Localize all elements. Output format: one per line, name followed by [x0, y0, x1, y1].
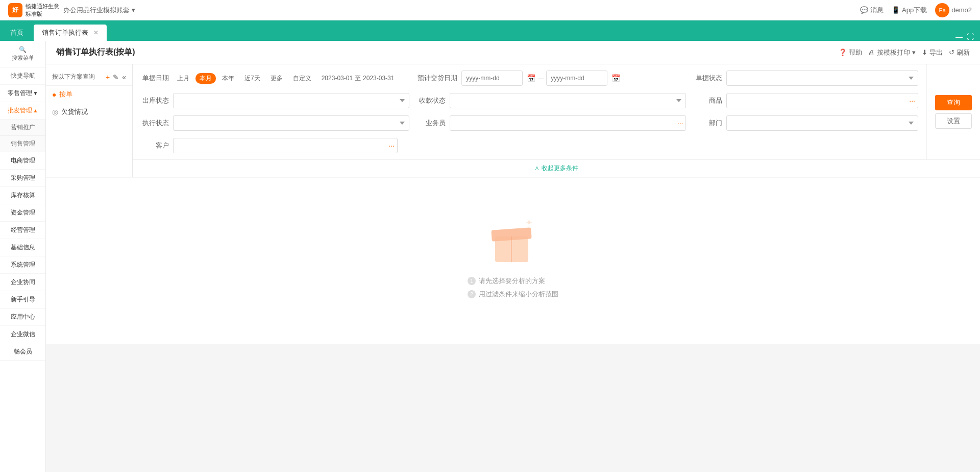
- sidebar-item-inventory[interactable]: 库存核算: [0, 187, 45, 204]
- payment-status-label: 收款状态: [418, 96, 446, 105]
- export-button[interactable]: ⬇ 导出: [922, 48, 943, 57]
- sidebar-item-member[interactable]: 畅会员: [0, 343, 45, 361]
- doc-date-group: 单据日期 上月 本月 本年 近7天 更多 自定义: [141, 73, 409, 84]
- query-button[interactable]: 查询: [935, 95, 972, 110]
- customer-label: 客户: [141, 141, 169, 150]
- sidebar-item-quick-nav[interactable]: 快捷导航: [0, 67, 45, 85]
- logo-text: 畅捷通好生意 标准版: [26, 3, 59, 17]
- calendar-start-icon[interactable]: 📅: [527, 74, 535, 82]
- sidebar-item-newbie[interactable]: 新手引导: [0, 291, 45, 309]
- hint-num-2: 2: [468, 290, 476, 298]
- last-7-days-tab[interactable]: 近7天: [240, 73, 264, 84]
- salesperson-input[interactable]: [450, 115, 686, 131]
- minimize-icon[interactable]: —: [955, 33, 963, 41]
- by-order-icon: ●: [52, 90, 56, 99]
- sidebar-item-marketing[interactable]: 营销推广: [0, 120, 45, 136]
- doc-status-label: 单据状态: [694, 74, 722, 83]
- filter-row-2: 出库状态 收款状态: [141, 93, 918, 108]
- exec-status-group: 执行状态: [141, 115, 409, 131]
- page-title: 销售订单执行表(按单): [56, 47, 135, 58]
- custom-tab[interactable]: 自定义: [289, 73, 315, 84]
- expected-date-range: 📅 — 📅: [461, 70, 620, 86]
- salesperson-selector-icon[interactable]: ···: [677, 119, 683, 127]
- left-panel-header: 按以下方案查询 + ✎ «: [46, 70, 132, 86]
- this-month-tab[interactable]: 本月: [195, 73, 216, 84]
- expected-date-end[interactable]: [546, 70, 607, 86]
- user-profile[interactable]: Ea demo2: [935, 3, 972, 17]
- expected-date-group: 预计交货日期 📅 — 📅: [418, 70, 686, 86]
- exec-status-select[interactable]: [173, 115, 409, 131]
- settings-button[interactable]: 设置: [935, 113, 972, 129]
- logo-area: 好 畅捷通好生意 标准版: [8, 3, 59, 17]
- sidebar-search[interactable]: 🔍 搜索菜单: [0, 41, 45, 67]
- sidebar-item-operations[interactable]: 经营管理: [0, 222, 45, 239]
- sidebar-item-wholesale[interactable]: 批发管理 ▲: [0, 102, 45, 120]
- tab-bar: 首页 销售订单执行表 ✕ — ⛶: [0, 20, 980, 41]
- collapse-section[interactable]: ∧ 收起更多条件: [133, 159, 980, 177]
- tab-home[interactable]: 首页: [2, 25, 32, 41]
- page-actions: ❓ 帮助 🖨 按模板打印 ▾ ⬇ 导出 ↺ 刷新: [839, 48, 970, 57]
- sidebar-item-appcenter[interactable]: 应用中心: [0, 309, 45, 326]
- sidebar-item-ecommerce[interactable]: 电商管理: [0, 152, 45, 170]
- stock-status-select[interactable]: [173, 93, 409, 108]
- empty-hints: 1 请先选择要分析的方案 2 用过滤条件来缩小分析范围: [468, 276, 558, 303]
- edit-scheme-button[interactable]: ✎: [113, 73, 119, 81]
- header-left: 好 畅捷通好生意 标准版 办公用品行业模拟账套 ▾: [8, 3, 135, 17]
- sidebar-item-sales[interactable]: 销售管理: [0, 136, 45, 152]
- calendar-end-icon[interactable]: 📅: [611, 74, 620, 82]
- sidebar-item-wechat[interactable]: 企业微信: [0, 326, 45, 343]
- customer-selector-icon[interactable]: ···: [388, 141, 395, 150]
- payment-status-select[interactable]: [450, 93, 686, 108]
- app-selector[interactable]: 办公用品行业模拟账套 ▾: [63, 6, 135, 15]
- tab-sales-label: 销售订单执行表: [42, 28, 88, 37]
- logo-icon: 好: [8, 3, 22, 17]
- main-layout: 🔍 搜索菜单 快捷导航 零售管理 ▼ 批发管理 ▲ 营销推广 销售管理 电商管理…: [0, 41, 980, 472]
- collapse-icon: ∧: [534, 164, 540, 172]
- top-header: 好 畅捷通好生意 标准版 办公用品行业模拟账套 ▾ 💬 消息 📱 App下载 E…: [0, 0, 980, 20]
- sidebar: 🔍 搜索菜单 快捷导航 零售管理 ▼ 批发管理 ▲ 营销推广 销售管理 电商管理…: [0, 41, 46, 472]
- payment-status-group: 收款状态: [418, 93, 686, 108]
- sidebar-item-purchase[interactable]: 采购管理: [0, 170, 45, 187]
- goods-input[interactable]: [726, 93, 918, 108]
- goods-selector-icon[interactable]: ···: [909, 97, 915, 105]
- header-right: 💬 消息 📱 App下载 Ea demo2: [860, 3, 972, 17]
- salesperson-label: 业务员: [418, 119, 446, 128]
- sidebar-item-basic[interactable]: 基础信息: [0, 239, 45, 256]
- help-button[interactable]: ❓ 帮助: [839, 48, 862, 57]
- expected-date-start[interactable]: [461, 70, 523, 86]
- tab-sales-execution[interactable]: 销售订单执行表 ✕: [34, 25, 107, 41]
- close-icon[interactable]: ✕: [93, 29, 99, 36]
- sidebar-item-finance[interactable]: 资金管理: [0, 204, 45, 222]
- goods-group: 商品 ···: [694, 93, 918, 108]
- app-download-action[interactable]: 📱 App下载: [892, 6, 927, 15]
- sidebar-item-system[interactable]: 系统管理: [0, 256, 45, 274]
- help-icon: ❓: [839, 49, 847, 56]
- template-print-button[interactable]: 🖨 按模板打印 ▾: [868, 48, 916, 57]
- salesperson-group: 业务员 ···: [418, 115, 686, 131]
- maximize-icon[interactable]: ⛶: [967, 33, 974, 41]
- add-scheme-button[interactable]: +: [106, 73, 110, 81]
- left-panel-item-by-order[interactable]: ● 按单: [46, 86, 132, 103]
- doc-status-select[interactable]: [726, 70, 918, 86]
- goods-label: 商品: [694, 96, 722, 105]
- this-year-tab[interactable]: 本年: [218, 73, 238, 84]
- filter-row-4: 客户 ···: [141, 138, 918, 153]
- left-panel-item-arrears[interactable]: ◎ 欠货情况: [46, 103, 132, 121]
- message-action[interactable]: 💬 消息: [860, 6, 884, 15]
- query-actions: 查询 设置: [926, 64, 980, 159]
- refresh-button[interactable]: ↺ 刷新: [949, 48, 970, 57]
- chevron-down-icon: ▾: [912, 49, 916, 56]
- sidebar-item-retail[interactable]: 零售管理 ▼: [0, 85, 45, 102]
- collapse-panel-button[interactable]: «: [122, 73, 126, 81]
- customer-input[interactable]: [173, 138, 398, 153]
- more-tab[interactable]: 更多: [266, 73, 287, 84]
- exec-status-label: 执行状态: [141, 119, 169, 128]
- stock-status-group: 出库状态: [141, 93, 409, 108]
- sidebar-item-enterprise[interactable]: 企业协同: [0, 274, 45, 291]
- department-select[interactable]: [726, 115, 918, 131]
- last-month-tab[interactable]: 上月: [173, 73, 193, 84]
- filter-content-wrap: 按以下方案查询 + ✎ « ● 按单 ◎ 欠货情况: [46, 64, 980, 177]
- left-panel: 按以下方案查询 + ✎ « ● 按单 ◎ 欠货情况: [46, 64, 133, 177]
- hint-item-1: 1 请先选择要分析的方案: [468, 276, 558, 286]
- refresh-icon: ↺: [949, 49, 954, 56]
